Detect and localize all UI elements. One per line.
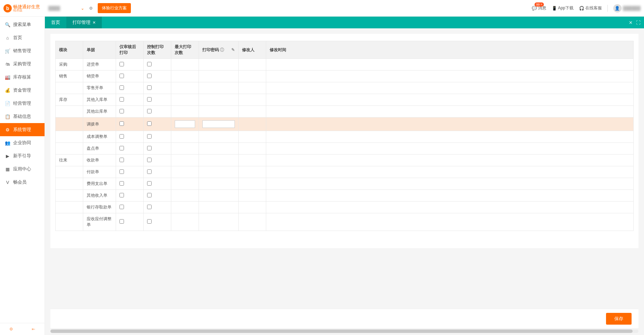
save-button[interactable]: 保存 — [606, 313, 632, 325]
cell-module — [56, 143, 83, 155]
control-checkbox[interactable] — [147, 205, 152, 209]
cell-modifier — [239, 213, 266, 231]
sidebar-item-10[interactable]: ▶新手引导 — [0, 149, 45, 162]
control-checkbox[interactable] — [147, 193, 152, 197]
cell-max — [171, 166, 199, 178]
max-print-input[interactable] — [175, 120, 195, 128]
audit-checkbox[interactable] — [119, 158, 124, 162]
sidebar-collapse-icon[interactable]: ⇤ — [32, 327, 35, 332]
control-checkbox[interactable] — [147, 219, 152, 224]
control-checkbox[interactable] — [147, 134, 152, 139]
audit-checkbox[interactable] — [119, 134, 124, 139]
sidebar-item-1[interactable]: ⌂首页 — [0, 31, 45, 44]
control-checkbox[interactable] — [147, 62, 152, 66]
cell-mtime — [266, 155, 634, 166]
cell-doc: 应收应付调整单 — [83, 213, 116, 231]
cell-mtime — [266, 71, 634, 82]
audit-checkbox[interactable] — [119, 181, 124, 186]
sidebar-item-3[interactable]: 🛍采购管理 — [0, 57, 45, 71]
sidebar-item-label: 采购管理 — [13, 61, 31, 67]
online-service-button[interactable]: 🎧 在线客服 — [579, 5, 602, 11]
control-checkbox[interactable] — [147, 121, 152, 126]
tab-home[interactable]: 首页 — [45, 17, 66, 28]
logo-icon: b — [3, 4, 12, 12]
sidebar-item-icon: 👥 — [5, 140, 10, 146]
audit-checkbox[interactable] — [119, 97, 124, 102]
org-selector[interactable]: ████ ⌄ — [48, 6, 84, 11]
settings-gear-icon[interactable]: ⚙ — [89, 6, 93, 11]
tab-print-manage[interactable]: 打印管理 ✕ — [66, 17, 102, 28]
cell-modifier — [239, 190, 266, 202]
audit-checkbox[interactable] — [119, 62, 124, 66]
tab-close-all-icon[interactable]: ✕ — [629, 20, 633, 25]
audit-checkbox[interactable] — [119, 219, 124, 224]
scrollbar-thumb[interactable] — [50, 329, 633, 333]
experience-plan-button[interactable]: 体验行业方案 — [98, 3, 131, 13]
sidebar-item-0[interactable]: 🔍搜索菜单 — [0, 18, 45, 31]
fullscreen-icon[interactable]: ⛶ — [636, 20, 641, 25]
cell-max — [171, 178, 199, 190]
sidebar-item-8[interactable]: ⚙系统管理 — [0, 123, 45, 136]
cell-module — [56, 190, 83, 202]
cell-max — [171, 106, 199, 118]
audit-checkbox[interactable] — [119, 85, 124, 90]
app-download-label: App下载 — [558, 5, 574, 11]
messages-badge: 99 + — [535, 2, 544, 7]
cell-doc: 其他出库单 — [83, 106, 116, 118]
horizontal-scrollbar[interactable] — [50, 329, 638, 333]
edit-icon[interactable]: ✎ — [231, 47, 235, 52]
col-doc: 单据 — [83, 41, 116, 59]
close-icon[interactable]: ✕ — [93, 20, 96, 25]
sidebar-item-label: 搜索菜单 — [13, 21, 31, 28]
sidebar-settings-icon[interactable]: ⚙ — [9, 327, 13, 332]
table-row: 库存其他入库单 — [56, 94, 634, 106]
sidebar-item-icon: 📄 — [5, 101, 10, 106]
app-download-button[interactable]: 📱 App下载 — [552, 5, 574, 11]
control-checkbox[interactable] — [147, 169, 152, 174]
cell-module — [56, 202, 83, 213]
cell-modifier — [239, 166, 266, 178]
sidebar-item-6[interactable]: 📄经营管理 — [0, 97, 45, 110]
control-checkbox[interactable] — [147, 146, 152, 150]
cell-modifier — [239, 155, 266, 166]
messages-button[interactable]: 💬 消息 99 + — [532, 5, 546, 11]
audit-checkbox[interactable] — [119, 193, 124, 197]
sidebar-item-label: 畅会员 — [13, 179, 27, 185]
sidebar-item-2[interactable]: 🛒销售管理 — [0, 44, 45, 57]
tab-print-manage-label: 打印管理 — [73, 19, 90, 26]
sidebar-item-label: 新手引导 — [13, 153, 31, 159]
control-checkbox[interactable] — [147, 158, 152, 162]
sidebar-item-icon: 🏭 — [5, 75, 10, 80]
sidebar-item-5[interactable]: 💰资金管理 — [0, 84, 45, 97]
user-menu[interactable]: 👤 ██████ — [613, 4, 641, 12]
sidebar-item-12[interactable]: V畅会员 — [0, 176, 45, 189]
control-checkbox[interactable] — [147, 85, 152, 90]
table-row: 应收应付调整单 — [56, 213, 634, 231]
sidebar-item-9[interactable]: 👥企业协同 — [0, 136, 45, 149]
print-password-input[interactable] — [202, 120, 235, 128]
print-settings-table: 模块 单据 仅审核后打印 控制打印次数 最大打印次数 打印密码 ⓘ — [55, 41, 634, 231]
audit-checkbox[interactable] — [119, 205, 124, 209]
audit-checkbox[interactable] — [119, 146, 124, 150]
sidebar-item-label: 系统管理 — [13, 127, 31, 133]
help-icon[interactable]: ⓘ — [220, 47, 224, 52]
sidebar-item-11[interactable]: ▦应用中心 — [0, 162, 45, 176]
top-header: b 畅捷通好生意 精易版 ████ ⌄ ⚙ 体验行业方案 💬 消息 99 + 📱… — [0, 0, 644, 17]
cell-module — [56, 106, 83, 118]
control-checkbox[interactable] — [147, 181, 152, 186]
control-checkbox[interactable] — [147, 109, 152, 113]
audit-checkbox[interactable] — [119, 109, 124, 113]
sidebar-item-7[interactable]: 📋基础信息 — [0, 110, 45, 123]
cell-max — [171, 118, 199, 131]
sidebar-item-label: 基础信息 — [13, 113, 31, 120]
avatar-icon: 👤 — [613, 4, 622, 12]
control-checkbox[interactable] — [147, 97, 152, 102]
cell-mtime — [266, 131, 634, 143]
sidebar-item-4[interactable]: 🏭库存核算 — [0, 71, 45, 84]
chevron-down-icon: ⌄ — [81, 6, 84, 11]
cell-control — [144, 166, 171, 178]
audit-checkbox[interactable] — [119, 169, 124, 174]
audit-checkbox[interactable] — [119, 74, 124, 78]
control-checkbox[interactable] — [147, 74, 152, 78]
audit-checkbox[interactable] — [119, 121, 124, 126]
